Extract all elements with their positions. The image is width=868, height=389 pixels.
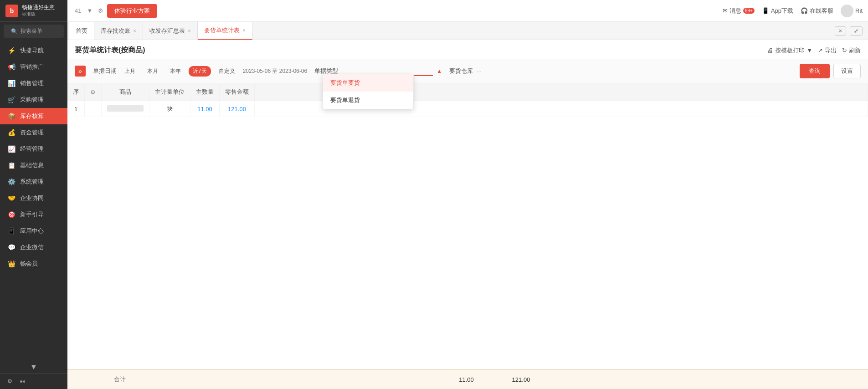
cell-amount[interactable]: 121.00 — [220, 101, 255, 117]
online-service-label: 在线客服 — [810, 7, 833, 15]
table-settings-icon[interactable]: ⚙ — [90, 89, 96, 96]
messages-btn[interactable]: ✉ 消息 99+ — [723, 7, 755, 15]
finance-icon: 💰 — [7, 128, 15, 137]
sidebar-item-purchase[interactable]: 🛒 采购管理 — [0, 92, 67, 108]
trial-btn[interactable]: 体验行业方案 — [107, 4, 157, 18]
sidebar-item-guide[interactable]: 🎯 新手引导 — [0, 206, 67, 223]
gear-icon[interactable]: ⚙ — [98, 7, 103, 14]
online-service-btn[interactable]: 🎧 在线客服 — [801, 7, 833, 15]
messages-label: 消息 — [729, 7, 741, 15]
base-info-icon: 📋 — [7, 161, 15, 169]
app-sub: 标准版 — [22, 11, 55, 17]
print-btn[interactable]: 🖨 按模板打印 ▼ — [767, 46, 812, 55]
col-header-num: 序 — [67, 83, 85, 101]
settings-icon[interactable]: ⚙ — [7, 378, 12, 384]
page-actions: 🖨 按模板打印 ▼ ↗ 导出 ↻ 刷新 — [767, 46, 861, 55]
product-placeholder — [107, 105, 144, 112]
tab-receive-summary-label: 收发存汇总表 — [149, 27, 185, 35]
dropdown-arrow-icon[interactable]: ▼ — [87, 7, 92, 14]
sidebar-item-label: 库存核算 — [20, 112, 44, 120]
sidebar-bottom: ⚙ ⏮ — [0, 373, 67, 389]
warehouse-more-icon[interactable]: ··· — [477, 68, 482, 75]
filter-expand-btn[interactable]: » — [75, 66, 86, 77]
warehouse-label: 要货仓库 — [449, 67, 473, 75]
sidebar-item-app-center[interactable]: 📱 应用中心 — [0, 223, 67, 239]
sidebar-item-label: 企业微信 — [20, 243, 44, 251]
tab-order-stats-label: 要货单统计表 — [204, 26, 240, 35]
search-menu-label: 搜索菜单 — [21, 27, 42, 35]
settings-btn[interactable]: 设置 — [833, 64, 861, 78]
sidebar-item-operation[interactable]: 📈 经营管理 — [0, 141, 67, 157]
tab-home[interactable]: 首页 — [69, 22, 94, 40]
sidebar-item-label: 应用中心 — [20, 227, 44, 235]
table-header-row: 序 ⚙ 商品 主计量单位 主数量 零售金额 — [67, 83, 868, 101]
sidebar-item-inventory[interactable]: 📦 库存核算 — [0, 108, 67, 124]
sidebar-item-label: 系统管理 — [20, 178, 44, 186]
col-header-product: 商品 — [102, 83, 149, 101]
cell-num: 1 — [67, 101, 85, 117]
collapse-icon[interactable]: ⏮ — [20, 378, 25, 384]
sidebar-item-label: 新手引导 — [20, 210, 44, 219]
date-shortcut-more[interactable]: 近7天 — [189, 66, 211, 77]
table-row: 1 块 11.00 121.00 — [67, 101, 868, 117]
footer-quantity: 11.00 — [439, 374, 494, 385]
main-content: 要货单统计表(按商品) 🖨 按模板打印 ▼ ↗ 导出 ↻ 刷新 » 单据日期 上… — [67, 40, 868, 389]
purchase-icon: 🛒 — [7, 96, 15, 104]
tab-receive-summary[interactable]: 收发存汇总表 × — [143, 22, 198, 40]
dropdown-item-order-return[interactable]: 要货单退货 — [323, 92, 413, 109]
tab-batch-account[interactable]: 库存批次账 × — [94, 22, 143, 40]
topbar-left: 41 ▼ ⚙ 体验行业方案 — [73, 4, 157, 18]
tab-receive-summary-close[interactable]: × — [188, 28, 191, 34]
refresh-btn[interactable]: ↻ 刷新 — [842, 46, 861, 55]
doc-type-dropdown: 要货单要货 要货单退货 — [323, 74, 414, 109]
sidebar-scroll-down[interactable]: ▼ — [0, 361, 67, 373]
date-shortcut-up[interactable]: 上月 — [120, 66, 139, 77]
tab-order-stats[interactable]: 要货单统计表 × — [198, 22, 252, 40]
app-name: 畅捷通好生意 — [22, 4, 55, 11]
quick-nav-icon: ⚡ — [7, 46, 15, 55]
sidebar-item-system[interactable]: ⚙️ 系统管理 — [0, 174, 67, 190]
col-header-settings[interactable]: ⚙ — [85, 83, 102, 101]
sidebar-item-label: 资金管理 — [20, 128, 44, 137]
tab-home-label: 首页 — [76, 27, 87, 35]
sidebar-item-member[interactable]: 👑 畅会员 — [0, 256, 67, 272]
footer-amount: 121.00 — [494, 374, 549, 385]
date-filter-group: 单据日期 上月 本月 本年 近7天 自定义 2023-05-06 至 2023-… — [93, 66, 307, 77]
sidebar-item-quick-nav[interactable]: ⚡ 快捷导航 — [0, 42, 67, 59]
tab-batch-account-close[interactable]: × — [133, 28, 136, 34]
dropdown-item-order-goods[interactable]: 要货单要货 — [323, 74, 413, 92]
system-icon: ⚙️ — [7, 178, 15, 186]
sidebar-item-label: 销售管理 — [20, 79, 44, 87]
app-download-btn[interactable]: 📱 App下载 — [762, 7, 793, 15]
sidebar-item-enterprise[interactable]: 🤝 企业协同 — [0, 190, 67, 206]
doc-type-arrow-icon[interactable]: ▲ — [437, 68, 442, 74]
marketing-icon: 📢 — [7, 63, 15, 71]
search-menu[interactable]: 🔍 搜索菜单 — [4, 25, 64, 38]
date-shortcut-year[interactable]: 本年 — [166, 66, 185, 77]
user-avatar-btn[interactable]: Rit — [841, 5, 863, 17]
query-btn[interactable]: 查询 — [800, 64, 830, 78]
member-icon: 👑 — [7, 260, 15, 268]
sidebar-item-base-info[interactable]: 📋 基础信息 — [0, 157, 67, 174]
tab-order-stats-close[interactable]: × — [242, 27, 246, 34]
refresh-label: 刷新 — [849, 46, 861, 55]
page-header: 要货单统计表(按商品) 🖨 按模板打印 ▼ ↗ 导出 ↻ 刷新 — [67, 40, 868, 59]
table-footer: 合计 11.00 121.00 — [67, 369, 868, 389]
date-shortcut-current[interactable]: 本月 — [143, 66, 162, 77]
refresh-icon: ↻ — [842, 47, 847, 54]
cell-quantity[interactable]: 11.00 — [190, 101, 220, 117]
tab-close-all-btn[interactable]: × — [835, 26, 846, 36]
footer-row: 合计 11.00 121.00 — [67, 374, 868, 385]
export-btn[interactable]: ↗ 导出 — [818, 46, 837, 55]
messages-badge: 99+ — [743, 8, 755, 14]
sidebar-item-finance[interactable]: 💰 资金管理 — [0, 124, 67, 141]
tab-expand-btn[interactable]: ⤢ — [850, 26, 863, 36]
sidebar-item-sales[interactable]: 📊 销售管理 — [0, 75, 67, 92]
date-shortcut-custom[interactable]: 自定义 — [215, 66, 239, 77]
filter-actions: 查询 设置 — [800, 64, 861, 78]
avatar — [841, 5, 853, 17]
app-download-label: App下载 — [771, 7, 793, 15]
sidebar-item-marketing[interactable]: 📢 营销推广 — [0, 59, 67, 75]
print-icon: 🖨 — [767, 47, 773, 54]
sidebar-item-wechat[interactable]: 💬 企业微信 — [0, 239, 67, 256]
